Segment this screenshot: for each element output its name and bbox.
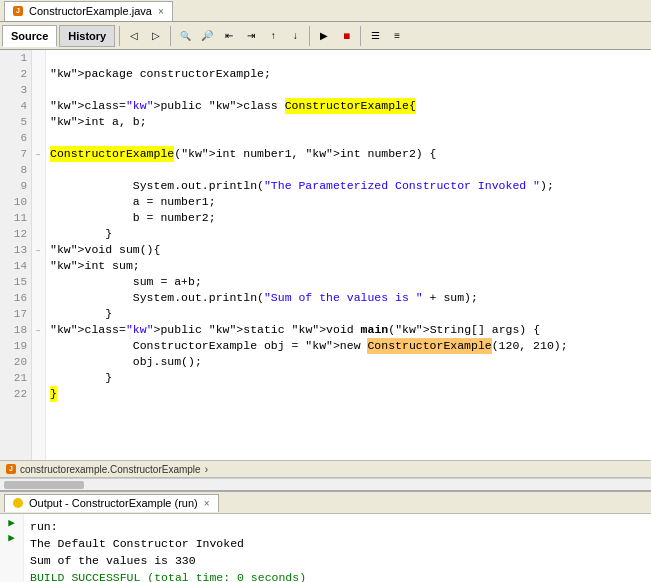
line-number-6: 6 bbox=[0, 130, 31, 146]
output-line-2: The Default Constructor Invoked bbox=[30, 535, 645, 552]
output-gutter: ▶ ▶ bbox=[0, 514, 24, 582]
fold-column: −−− bbox=[32, 50, 46, 460]
output-tab[interactable]: Output - ConstructorExample (run) × bbox=[4, 494, 219, 512]
search2-button[interactable]: 🔎 bbox=[197, 26, 217, 46]
forward-icon bbox=[152, 30, 160, 41]
code-line-6[interactable] bbox=[50, 130, 647, 146]
line-number-20: 20 bbox=[0, 354, 31, 370]
scroll-thumb[interactable] bbox=[4, 481, 84, 489]
editor-main: 12345678910111213141516171819202122 −−− … bbox=[0, 50, 651, 460]
output-panel: Output - ConstructorExample (run) × ▶ ▶ … bbox=[0, 490, 651, 582]
fold-marker-18[interactable]: − bbox=[32, 322, 45, 338]
output-title-bar: Output - ConstructorExample (run) × bbox=[0, 492, 651, 514]
horizontal-scrollbar[interactable] bbox=[0, 478, 651, 490]
run-arrow-icon-2[interactable]: ▶ bbox=[8, 531, 15, 544]
source-tab[interactable]: Source bbox=[2, 25, 57, 47]
run-icon: ▶ bbox=[320, 30, 328, 41]
code-line-12[interactable]: } bbox=[50, 226, 647, 242]
file-tab-close[interactable]: × bbox=[158, 6, 164, 17]
code-line-5[interactable]: "kw">int a, b; bbox=[50, 114, 647, 130]
line-number-9: 9 bbox=[0, 178, 31, 194]
code-line-22[interactable]: } bbox=[50, 386, 647, 402]
nav4-button[interactable]: ↓ bbox=[285, 26, 305, 46]
status-file-label: constructorexample.ConstructorExample › bbox=[20, 464, 208, 475]
editor-container: 12345678910111213141516171819202122 −−− … bbox=[0, 50, 651, 490]
line-number-16: 16 bbox=[0, 290, 31, 306]
code-line-1[interactable] bbox=[50, 50, 647, 66]
lines-button[interactable] bbox=[365, 26, 385, 46]
status-java-icon: J bbox=[6, 464, 16, 474]
file-tab-label: ConstructorExample.java bbox=[29, 5, 152, 17]
code-line-13[interactable]: "kw">void sum(){ bbox=[50, 242, 647, 258]
line-number-13: 13 bbox=[0, 242, 31, 258]
code-line-10[interactable]: a = number1; bbox=[50, 194, 647, 210]
stop-button[interactable] bbox=[336, 26, 356, 46]
code-line-17[interactable]: } bbox=[50, 306, 647, 322]
nav3-button[interactable]: ↑ bbox=[263, 26, 283, 46]
nav2-button[interactable]: ⇥ bbox=[241, 26, 261, 46]
code-line-16[interactable]: System.out.println("Sum of the values is… bbox=[50, 290, 647, 306]
title-bar: J ConstructorExample.java × bbox=[0, 0, 651, 22]
fold-marker-1 bbox=[32, 50, 45, 66]
code-line-11[interactable]: b = number2; bbox=[50, 210, 647, 226]
line-number-2: 2 bbox=[0, 66, 31, 82]
fold-marker-11 bbox=[32, 210, 45, 226]
code-line-9[interactable]: System.out.println("The Parameterized Co… bbox=[50, 178, 647, 194]
fold-marker-14 bbox=[32, 258, 45, 274]
output-content: ▶ ▶ run:The Default Constructor InvokedS… bbox=[0, 514, 651, 582]
code-line-18[interactable]: "kw">class="kw">public "kw">static "kw">… bbox=[50, 322, 647, 338]
output-tab-label: Output - ConstructorExample (run) bbox=[29, 497, 198, 509]
code-line-15[interactable]: sum = a+b; bbox=[50, 274, 647, 290]
fold-marker-7[interactable]: − bbox=[32, 146, 45, 162]
code-line-21[interactable]: } bbox=[50, 370, 647, 386]
fold-marker-8 bbox=[32, 162, 45, 178]
output-line-4: BUILD SUCCESSFUL (total time: 0 seconds) bbox=[30, 569, 645, 582]
history-tab[interactable]: History bbox=[59, 25, 115, 47]
lines-icon bbox=[371, 30, 380, 41]
fold-marker-9 bbox=[32, 178, 45, 194]
fold-marker-15 bbox=[32, 274, 45, 290]
line-number-7: 7 bbox=[0, 146, 31, 162]
run-button[interactable]: ▶ bbox=[314, 26, 334, 46]
fold-marker-16 bbox=[32, 290, 45, 306]
indent-button[interactable]: ≡ bbox=[387, 26, 407, 46]
code-line-19[interactable]: ConstructorExample obj = "kw">new Constr… bbox=[50, 338, 647, 354]
toolbar-separator-3 bbox=[309, 26, 310, 46]
line-number-8: 8 bbox=[0, 162, 31, 178]
fold-marker-4 bbox=[32, 98, 45, 114]
toolbar-separator-4 bbox=[360, 26, 361, 46]
fold-marker-3 bbox=[32, 82, 45, 98]
code-area[interactable]: "kw">package constructorExample; "kw">cl… bbox=[46, 50, 651, 460]
code-line-20[interactable]: obj.sum(); bbox=[50, 354, 647, 370]
code-line-8[interactable] bbox=[50, 162, 647, 178]
back-button[interactable] bbox=[124, 26, 144, 46]
code-line-14[interactable]: "kw">int sum; bbox=[50, 258, 647, 274]
line-number-5: 5 bbox=[0, 114, 31, 130]
java-icon: J bbox=[13, 6, 23, 16]
code-line-3[interactable] bbox=[50, 82, 647, 98]
output-icon bbox=[13, 498, 23, 508]
toolbar-separator-2 bbox=[170, 26, 171, 46]
output-tab-close[interactable]: × bbox=[204, 498, 210, 509]
run-arrow-icon-1[interactable]: ▶ bbox=[8, 516, 15, 529]
file-tab[interactable]: J ConstructorExample.java × bbox=[4, 1, 173, 21]
stop-icon bbox=[342, 30, 351, 41]
line-number-1: 1 bbox=[0, 50, 31, 66]
toolbar-separator-1 bbox=[119, 26, 120, 46]
nav1-button[interactable]: ⇤ bbox=[219, 26, 239, 46]
forward-button[interactable] bbox=[146, 26, 166, 46]
fold-marker-21 bbox=[32, 370, 45, 386]
fold-marker-17 bbox=[32, 306, 45, 322]
back-icon bbox=[130, 30, 138, 41]
fold-marker-13[interactable]: − bbox=[32, 242, 45, 258]
code-line-2[interactable]: "kw">package constructorExample; bbox=[50, 66, 647, 82]
line-number-18: 18 bbox=[0, 322, 31, 338]
code-line-7[interactable]: ConstructorExample("kw">int number1, "kw… bbox=[50, 146, 647, 162]
search-button[interactable] bbox=[175, 26, 195, 46]
line-number-15: 15 bbox=[0, 274, 31, 290]
fold-marker-10 bbox=[32, 194, 45, 210]
fold-marker-2 bbox=[32, 66, 45, 82]
editor-status-bar: J constructorexample.ConstructorExample … bbox=[0, 460, 651, 478]
fold-marker-12 bbox=[32, 226, 45, 242]
code-line-4[interactable]: "kw">class="kw">public "kw">class Constr… bbox=[50, 98, 647, 114]
